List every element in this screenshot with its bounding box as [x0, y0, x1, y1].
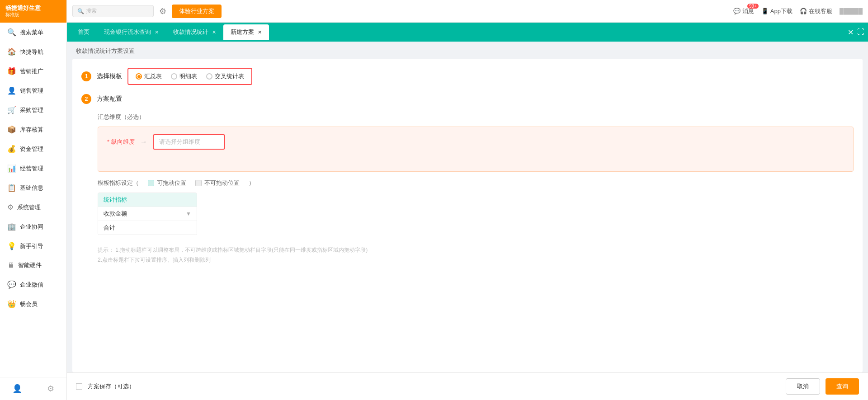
sidebar-item-label: 企业微信 — [20, 281, 43, 289]
chart-icon: 📊 — [7, 164, 16, 173]
cancel-button[interactable]: 取消 — [786, 378, 820, 395]
sidebar-item-label: 基础信息 — [20, 184, 43, 192]
radio-cross-label: 交叉统计表 — [215, 72, 244, 80]
sidebar-bottom-settings[interactable]: ⚙ — [45, 382, 56, 395]
vertical-dimension-label: * 纵向维度 — [107, 138, 135, 146]
draggable-legend: 可拖动位置 — [148, 179, 186, 187]
tab-payment-stats-close[interactable]: ✕ — [212, 29, 216, 35]
notification-badge[interactable]: 💬 消息 99+ — [733, 7, 754, 15]
save-label: 方案保存（可选） — [88, 382, 135, 391]
settings-icon[interactable]: ⚙ — [159, 6, 166, 16]
header-right: 💬 消息 99+ 📱 App下载 🎧 在线客服 ██████ — [733, 7, 863, 15]
sidebar-item-guide[interactable]: 💡 新手引导 — [0, 236, 66, 256]
sidebar-item-corp-wechat[interactable]: 💬 企业微信 — [0, 275, 66, 294]
radio-group: 汇总表 明细表 交叉统计表 — [136, 72, 244, 80]
tab-new-plan-label: 新建方案 — [231, 28, 254, 36]
tab-bank-flow-close[interactable]: ✕ — [155, 29, 159, 35]
message-icon: 💬 — [733, 8, 741, 14]
sidebar-logo: 畅捷通好生意 标准版 — [0, 0, 66, 23]
tab-new-plan[interactable]: 新建方案 ✕ — [223, 24, 269, 40]
radio-cross-circle — [206, 73, 212, 80]
tab-close-button[interactable]: ✕ — [848, 28, 854, 37]
gear-icon: ⚙ — [7, 203, 14, 212]
download-icon: 📱 — [761, 8, 769, 14]
trial-industry-button[interactable]: 体验行业方案 — [172, 5, 222, 18]
radio-detail-label: 明细表 — [179, 72, 197, 80]
sidebar-item-search-menu[interactable]: 🔍 搜索菜单 — [0, 23, 66, 42]
save-checkbox[interactable] — [76, 383, 82, 390]
step1-badge: 1 — [81, 71, 91, 81]
vertical-dimension-row: * 纵向维度 → 请选择分组维度 — [107, 134, 844, 150]
radio-summary-label: 汇总表 — [144, 72, 162, 80]
sidebar-item-label: 新手引导 — [20, 242, 43, 250]
sidebar-item-purchase[interactable]: 🛒 采购管理 — [0, 100, 66, 120]
metrics-row-total: 合计 — [98, 221, 197, 235]
step2-label: 方案配置 — [97, 95, 122, 103]
tabbar: 首页 现金银行流水查询 ✕ 收款情况统计 ✕ 新建方案 ✕ ✕ ⛶ — [67, 23, 868, 42]
sidebar-item-quick-nav[interactable]: 🏠 快捷导航 — [0, 42, 66, 61]
radio-detail[interactable]: 明细表 — [171, 72, 197, 80]
sidebar-item-inventory[interactable]: 📦 库存核算 — [0, 120, 66, 139]
search-icon: 🔍 — [77, 8, 84, 14]
radio-detail-circle — [171, 73, 177, 80]
tab-new-plan-close[interactable]: ✕ — [258, 29, 262, 35]
chat-icon: 💬 — [7, 280, 16, 289]
sidebar-item-base-info[interactable]: 📋 基础信息 — [0, 178, 66, 198]
non-draggable-label: 不可拖动位置 — [204, 179, 240, 187]
content-area: 收款情况统计方案设置 1 选择模板 汇总表 — [67, 42, 868, 400]
main-area: 🔍 搜索 ⚙ 体验行业方案 💬 消息 99+ 📱 App下载 🎧 在线客服 ██… — [67, 0, 868, 400]
sidebar-bottom-user[interactable]: 👤 — [10, 382, 24, 395]
sidebar-item-label: 销售管理 — [20, 87, 43, 95]
tab-home-label: 首页 — [78, 28, 90, 36]
breadcrumb: 收款情况统计方案设置 — [67, 42, 868, 59]
metric-label-payment: 收款金额 — [104, 210, 127, 218]
metrics-row-payment[interactable]: 收款金额 ▼ — [98, 207, 197, 221]
query-button[interactable]: 查询 — [826, 378, 859, 395]
online-service-link[interactable]: 🎧 在线客服 — [800, 7, 832, 15]
arrow-icon: → — [140, 138, 147, 146]
sidebar-item-label: 库存核算 — [20, 126, 43, 134]
metrics-header-label: 统计指标 — [104, 196, 127, 203]
username-display[interactable]: ██████ — [840, 8, 863, 14]
sidebar-item-label: 系统管理 — [17, 203, 41, 212]
tab-payment-stats[interactable]: 收款情况统计 ✕ — [166, 24, 223, 40]
sidebar-item-label: 采购管理 — [20, 106, 43, 114]
sidebar-item-finance[interactable]: 💰 资金管理 — [0, 139, 66, 159]
footer-buttons: 取消 查询 — [786, 378, 859, 395]
home-icon: 🏠 — [7, 47, 16, 56]
user-icon: 👤 — [7, 86, 16, 95]
box-icon: 📦 — [7, 125, 16, 134]
sidebar-item-label: 搜索菜单 — [20, 28, 43, 37]
tab-home[interactable]: 首页 — [71, 24, 97, 40]
radio-summary[interactable]: 汇总表 — [136, 72, 162, 80]
sidebar: 畅捷通好生意 标准版 🔍 搜索菜单 🏠 快捷导航 🎁 营销推广 👤 销售管理 🛒… — [0, 0, 67, 400]
sidebar-item-label: 资金管理 — [20, 145, 43, 153]
sidebar-bottom: 👤 ⚙ — [0, 377, 66, 400]
sidebar-item-smart-hw[interactable]: 🖥 智能硬件 — [0, 256, 66, 275]
sidebar-item-label: 畅会员 — [20, 300, 38, 308]
app-download-link[interactable]: 📱 App下载 — [761, 7, 793, 15]
hint-area: 提示： 1.拖动标题栏可以调整布局，不可跨维度或指标区域拖动栏目字段(只能在同一… — [98, 245, 854, 265]
sidebar-item-system[interactable]: ⚙ 系统管理 — [0, 198, 66, 217]
tab-bank-flow[interactable]: 现金银行流水查询 ✕ — [97, 24, 166, 40]
search-menu-icon: 🔍 — [7, 28, 16, 37]
tab-payment-stats-label: 收款情况统计 — [173, 28, 208, 36]
header-search-box[interactable]: 🔍 搜索 — [72, 5, 154, 17]
radio-cross[interactable]: 交叉统计表 — [206, 72, 244, 80]
dimension-select-dropdown[interactable]: 请选择分组维度 — [153, 134, 225, 150]
breadcrumb-text: 收款情况统计方案设置 — [76, 47, 135, 54]
sidebar-item-sales[interactable]: 👤 销售管理 — [0, 81, 66, 100]
bulb-icon: 💡 — [7, 242, 16, 250]
settings-bottom-icon: ⚙ — [47, 384, 54, 393]
sidebar-item-operations[interactable]: 📊 经营管理 — [0, 159, 66, 178]
sidebar-item-member[interactable]: 👑 畅会员 — [0, 294, 66, 314]
footer: 方案保存（可选） 取消 查询 — [67, 372, 868, 400]
sidebar-item-corp-collab[interactable]: 🏢 企业协同 — [0, 217, 66, 236]
radio-summary-circle — [136, 73, 142, 80]
tab-expand-button[interactable]: ⛶ — [857, 28, 864, 37]
metrics-table: 统计指标 收款金额 ▼ 合计 — [98, 193, 197, 235]
chevron-down-icon[interactable]: ▼ — [186, 211, 191, 217]
sidebar-item-marketing[interactable]: 🎁 营销推广 — [0, 61, 66, 81]
header: 🔍 搜索 ⚙ 体验行业方案 💬 消息 99+ 📱 App下载 🎧 在线客服 ██… — [67, 0, 868, 23]
sidebar-item-label: 营销推广 — [20, 67, 43, 75]
